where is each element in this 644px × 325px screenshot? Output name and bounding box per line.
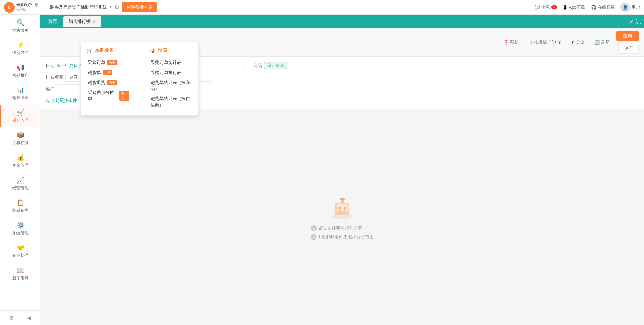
sidebar-item-inventory[interactable]: 📦 库存核算 xyxy=(0,127,40,150)
user-item[interactable]: 👤 用户 xyxy=(620,3,640,12)
purchase-order-label: 采购订单 xyxy=(88,59,105,66)
tab-home-label: 首页 xyxy=(48,18,57,25)
tab-sales-rank[interactable]: 销售排行榜 ✕ xyxy=(63,16,101,27)
help-icon: ❓ xyxy=(503,40,509,45)
sidebar-item-label: 经营管理 xyxy=(12,185,29,191)
incoming-label: 进货单 xyxy=(88,70,101,76)
tab-maximize-icon[interactable]: ⛶ xyxy=(636,18,641,25)
megaphone-icon: 📢 xyxy=(17,64,24,71)
goods-label: 商品 xyxy=(253,63,262,69)
dropdown-item-return[interactable]: 进货退货 历史 xyxy=(86,78,130,88)
sidebar-item-finance[interactable]: 💰 资金管理 xyxy=(0,150,40,172)
list-icon: 📋 xyxy=(17,199,24,206)
refresh-icon: 🔄 xyxy=(594,40,600,45)
refresh-btn[interactable]: 🔄 刷新 xyxy=(592,38,612,47)
order-exec-label: 采购订单执行表 xyxy=(151,70,181,76)
report-col: 📊 报表 采购订单统计表 采购订单执行表 进货单统计表（按商品） xyxy=(149,47,193,110)
svg-rect-6 xyxy=(340,198,345,200)
purchase-dropdown-menu: 🛒 采购业务 采购订单 历史 进货单 历史 进货退货 xyxy=(81,42,199,116)
bill-status-dots[interactable]: ... xyxy=(241,63,245,68)
sidebar-item-purchase[interactable]: 🛒 采购管理 xyxy=(0,105,40,127)
sidebar-item-label: 资金管理 xyxy=(12,163,29,168)
date-quick-7[interactable]: 近7天 xyxy=(57,63,68,69)
dropdown-item-incoming-goods[interactable]: 进货单统计表（按商品） xyxy=(149,78,193,94)
sidebar-collapse-btn[interactable]: ◀ xyxy=(26,313,32,322)
help-label: 帮助 xyxy=(510,39,519,45)
purchase-col: 🛒 采购业务 采购订单 历史 进货单 历史 进货退货 xyxy=(86,47,130,110)
dropdown-item-order-stats[interactable]: 采购订单统计表 xyxy=(149,57,193,68)
sidebar-item-basic[interactable]: 📋 基础信息 xyxy=(0,195,40,217)
dropdown-item-incoming-supplier[interactable]: 进货单统计表（按供应商） xyxy=(149,94,193,110)
collapse-label: 收起更多条件 xyxy=(51,97,77,104)
query-btn[interactable]: 查询 xyxy=(616,31,639,41)
print-label: 按模板打印 xyxy=(534,39,556,45)
sidebar-item-label: 新手引导 xyxy=(12,275,29,281)
report-col-header: 📊 报表 xyxy=(149,47,193,53)
step-1-num: 1 xyxy=(311,225,317,231)
dropdown-item-expense[interactable]: 采购费用分摊单 历史 xyxy=(86,88,130,104)
sidebar-item-search[interactable]: 🔍 搜索菜单 xyxy=(0,15,40,37)
sidebar-item-label: 搜索菜单 xyxy=(12,28,29,33)
empty-state: 1 请先选择要分析的方案 2 用[过滤]条件来缩小分析范围 xyxy=(311,193,373,241)
content-area: 首页 销售排行榜 ✕ ✕ ⛶ ❓ 帮助 🖨 按模板 xyxy=(40,15,644,325)
report-section-label: 报表 xyxy=(158,47,167,53)
purchase-col-header: 🛒 采购业务 xyxy=(86,47,130,53)
top-divider xyxy=(47,3,47,11)
notification-icon: 💬 xyxy=(535,5,540,10)
svg-point-3 xyxy=(338,207,341,210)
search-icon: 🔍 xyxy=(17,19,24,26)
phone-icon: 📱 xyxy=(562,5,568,10)
system-title: 装备及固定资产辅助管理系统 ▼ ⚙ xyxy=(50,4,119,10)
step-2-num: 2 xyxy=(311,234,317,240)
sidebar-item-marketing[interactable]: 📢 营销推广 xyxy=(0,60,40,82)
online-service-label: 在线客服 xyxy=(598,4,615,10)
tab-home[interactable]: 首页 xyxy=(43,16,63,27)
purchase-order-history-badge: 历史 xyxy=(107,60,117,65)
purchase-section-icon: 🛒 xyxy=(86,48,92,53)
chevron-down-icon[interactable]: ▼ xyxy=(109,5,112,9)
logo-badge: 标准版 xyxy=(16,7,38,12)
online-service-item[interactable]: 🎧 在线客服 xyxy=(591,4,615,10)
tab-close-icon[interactable]: ✕ xyxy=(93,19,96,24)
sidebar-item-label: 基础信息 xyxy=(12,208,29,213)
settings-filter-btn[interactable]: 设置 xyxy=(618,44,639,54)
app-download-item[interactable]: 📱 App下载 xyxy=(562,4,585,10)
print-btn[interactable]: 🖨 按模板打印 ▼ xyxy=(526,38,564,47)
sidebar-item-sales[interactable]: 📊 销售管理 xyxy=(0,82,40,105)
tab-close-all-icon[interactable]: ✕ xyxy=(629,18,633,25)
dropdown-columns: 🛒 采购业务 采购订单 历史 进货单 历史 进货退货 xyxy=(86,47,193,110)
goods-dots[interactable]: ... xyxy=(289,63,293,68)
sidebar-item-system[interactable]: ⚙️ 系统管理 xyxy=(0,217,40,240)
notification-badge: 5 xyxy=(551,5,557,9)
expense-history-badge: 历史 xyxy=(119,91,129,101)
incoming-history-badge: 历史 xyxy=(103,70,112,75)
trending-icon: 📈 xyxy=(17,176,24,184)
dropdown-item-incoming[interactable]: 进货单 历史 xyxy=(86,68,130,78)
sidebar-item-label: 销售管理 xyxy=(12,95,29,101)
export-btn[interactable]: ⬆ 导出 xyxy=(568,38,587,47)
sidebar-item-label: 快捷导航 xyxy=(12,50,29,56)
date-more[interactable]: 更多 xyxy=(69,63,78,69)
industry-btn[interactable]: 体验行业方案 xyxy=(122,2,157,12)
user-avatar: 👤 xyxy=(620,3,630,12)
order-stats-label: 采购订单统计表 xyxy=(151,59,181,66)
dropdown-item-purchase-order[interactable]: 采购订单 历史 xyxy=(86,57,130,68)
dropdown-item-order-exec[interactable]: 采购订单执行表 xyxy=(149,68,193,78)
goods-tag-close-icon[interactable]: ✕ xyxy=(281,63,284,68)
box-icon: 📦 xyxy=(17,131,24,139)
date-label: 日期 xyxy=(46,63,55,69)
sidebar-item-label: 营销推广 xyxy=(12,73,29,78)
sidebar-item-quicknav[interactable]: ⚡ 快捷导航 xyxy=(0,37,40,60)
sidebar-item-operation[interactable]: 📈 经营管理 xyxy=(0,172,40,195)
sidebar-item-enterprise[interactable]: 🤝 企业协同 xyxy=(0,240,40,262)
help-btn[interactable]: ❓ 帮助 xyxy=(501,38,522,47)
sidebar-item-guide[interactable]: 📖 新手引导 xyxy=(0,262,40,285)
notification-item[interactable]: 💬 消息 5 xyxy=(535,4,557,10)
collapse-up-icon: ⋀ xyxy=(46,98,49,103)
salesperson-dots[interactable]: ... xyxy=(214,75,218,80)
expense-label: 采购费用分摊单 xyxy=(88,90,117,102)
sidebar-settings-btn[interactable]: ⚙ xyxy=(8,313,15,322)
sidebar-item-label: 企业协同 xyxy=(12,253,29,258)
headset-icon: 🎧 xyxy=(591,5,596,10)
settings-gear-icon[interactable]: ⚙ xyxy=(114,4,119,10)
